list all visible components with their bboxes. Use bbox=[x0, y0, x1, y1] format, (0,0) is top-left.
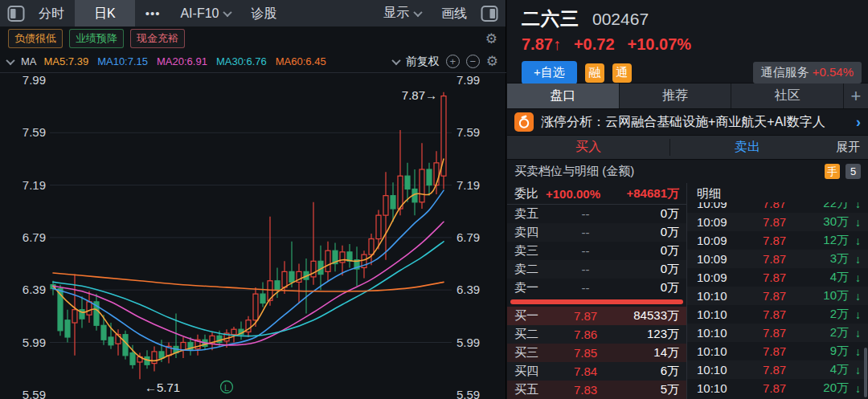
tape-volume: 2万 bbox=[800, 307, 849, 322]
gear-icon[interactable]: ⚙ bbox=[486, 55, 498, 68]
panel-tab-item[interactable]: 社区 bbox=[731, 83, 844, 108]
bid-row[interactable]: 买一7.8784533万 bbox=[507, 307, 686, 325]
draw-line-button[interactable]: 画线 bbox=[431, 0, 477, 26]
y-axis-label-right: 5.99 bbox=[457, 336, 480, 349]
buy-strength-bar-row bbox=[507, 297, 686, 307]
hand-unit-badge[interactable]: 手 bbox=[825, 164, 840, 179]
chevron-down-icon[interactable] bbox=[391, 55, 400, 64]
order-book-column: 委比 +100.00% +84681万 卖五--0万卖四--0万卖三--0万卖二… bbox=[507, 183, 686, 399]
level-volume: 123万 bbox=[618, 327, 679, 342]
bid-row[interactable]: 买四7.846万 bbox=[507, 362, 686, 381]
stock-tag-chip[interactable]: 业绩预降 bbox=[69, 29, 124, 48]
candlestick-chart[interactable]: 7.997.997.597.597.197.196.796.796.396.39… bbox=[0, 72, 506, 399]
bid-row[interactable]: 买五7.835万 bbox=[507, 381, 686, 399]
tape-row: 10:107.872万↓ bbox=[687, 324, 868, 342]
expand-button[interactable]: 展开 bbox=[825, 140, 868, 155]
tab-minute[interactable]: 分时 bbox=[28, 0, 75, 26]
sector-chip[interactable]: 通信服务 +0.54% bbox=[753, 62, 862, 83]
collapse-left-panel-icon[interactable] bbox=[4, 5, 28, 22]
bid-row[interactable]: 买二7.86123万 bbox=[507, 325, 686, 344]
ma-line-ma60 bbox=[53, 273, 444, 291]
last-price: 7.87↑ bbox=[522, 35, 561, 54]
expand-right-panel-icon[interactable] bbox=[477, 5, 502, 22]
tape-volume: 12万 bbox=[800, 233, 849, 248]
zoom-in-icon[interactable]: + bbox=[446, 55, 460, 68]
y-axis-label-right: 6.79 bbox=[457, 230, 480, 244]
tape-row: 10:097.8712万↓ bbox=[687, 231, 868, 250]
tab-daily-k[interactable]: 日K bbox=[75, 0, 135, 26]
weibi-pct: +100.00% bbox=[546, 187, 600, 201]
level-count-badge[interactable]: 5 bbox=[845, 164, 861, 179]
tape-price: 7.87 bbox=[748, 326, 800, 340]
weibi-amount: +84681万 bbox=[627, 186, 679, 202]
add-tab-button[interactable]: + bbox=[844, 83, 868, 108]
level-label: 买一 bbox=[514, 308, 553, 324]
tape-row: 10:107.8710万↓ bbox=[687, 287, 868, 305]
panel-tab-item[interactable]: 推荐 bbox=[620, 83, 732, 108]
down-arrow-icon: ↓ bbox=[849, 234, 861, 247]
ma-value-label: MA10:7.15 bbox=[97, 55, 148, 67]
panel-tab-active[interactable]: 盘口 bbox=[507, 83, 620, 108]
stock-tag-row: 负债很低业绩预降现金充裕 ⚙ bbox=[0, 26, 506, 51]
level-label: 买二 bbox=[514, 327, 553, 342]
y-axis-label-right: 6.39 bbox=[457, 283, 480, 296]
tape-volume: 4万 bbox=[800, 270, 849, 285]
ask-row[interactable]: 卖三--0万 bbox=[507, 242, 686, 260]
zoom-out-icon[interactable]: − bbox=[466, 55, 480, 68]
display-button[interactable]: 显示 bbox=[374, 0, 431, 26]
level-volume: 0万 bbox=[618, 225, 679, 240]
tape-time: 10:10 bbox=[697, 307, 748, 321]
tape-volume: 4万 bbox=[800, 362, 849, 377]
tape-price: 7.87 bbox=[748, 215, 800, 229]
adjust-mode-label[interactable]: 前复权 bbox=[406, 55, 440, 69]
ai-f10-button[interactable]: AI-F10 bbox=[170, 0, 240, 26]
tape-price: 7.87 bbox=[748, 344, 800, 358]
level-volume: 0万 bbox=[618, 262, 679, 277]
level-price: 7.85 bbox=[553, 346, 618, 360]
quote-header: 二六三 002467 7.87↑ +0.72 +10.07% +自选 融 通 通… bbox=[507, 0, 868, 83]
tape-time: 10:09 bbox=[697, 252, 748, 266]
sell-button[interactable]: 卖出 bbox=[669, 139, 825, 156]
add-watchlist-button[interactable]: +自选 bbox=[522, 61, 577, 84]
bid-row[interactable]: 买三7.8514万 bbox=[507, 344, 686, 362]
ma-label: MA bbox=[21, 55, 37, 67]
down-arrow-icon: ↓ bbox=[849, 290, 861, 303]
chevron-down-icon bbox=[413, 7, 422, 16]
level-volume: 0万 bbox=[618, 280, 679, 295]
tape-row: 10:107.8720万↓ bbox=[687, 379, 868, 397]
stock-tag-chip[interactable]: 负债很低 bbox=[8, 29, 63, 48]
y-axis-label-left: 7.99 bbox=[23, 73, 46, 87]
margin-badge[interactable]: 融 bbox=[585, 63, 604, 83]
limit-up-analysis-row[interactable]: 涨停分析：云网融合基础设施+商业航天+AI数字人 › bbox=[507, 109, 868, 136]
down-arrow-icon: ↓ bbox=[849, 364, 861, 377]
y-axis-label-left: 6.79 bbox=[23, 230, 46, 244]
more-periods-button[interactable]: ••• bbox=[135, 0, 171, 26]
level-label: 卖二 bbox=[514, 262, 553, 277]
ask-row[interactable]: 卖一--0万 bbox=[507, 279, 686, 297]
tape-volume: 10万 bbox=[800, 288, 849, 303]
buy-button[interactable]: 买入 bbox=[507, 139, 669, 156]
gear-icon[interactable]: ⚙ bbox=[485, 32, 497, 46]
y-axis-label-right: 7.19 bbox=[457, 178, 480, 192]
connect-badge[interactable]: 通 bbox=[612, 63, 632, 83]
stock-tag-chip[interactable]: 现金充裕 bbox=[130, 29, 185, 48]
tape-scrollbar[interactable] bbox=[864, 348, 867, 397]
diagnose-button[interactable]: 诊股 bbox=[240, 0, 287, 26]
level-volume: 0万 bbox=[618, 243, 679, 259]
chevron-down-icon[interactable] bbox=[6, 55, 14, 64]
y-axis-label-left: 7.19 bbox=[23, 178, 46, 192]
price-change-pct: +10.07% bbox=[628, 35, 692, 54]
y-axis-label-right: 5.59 bbox=[457, 388, 480, 399]
ask-row[interactable]: 卖五--0万 bbox=[507, 205, 686, 223]
quote-panel: 二六三 002467 7.87↑ +0.72 +10.07% +自选 融 通 通… bbox=[507, 0, 868, 399]
chart-toolbar: 分时 日K ••• AI-F10 诊股 显示 画线 bbox=[0, 0, 506, 26]
tape-volume: 30万 bbox=[800, 214, 849, 230]
ma-value-label: MA30:6.76 bbox=[216, 55, 267, 67]
down-arrow-icon: ↓ bbox=[849, 327, 861, 340]
ask-row[interactable]: 卖二--0万 bbox=[507, 260, 686, 279]
level-price: -- bbox=[553, 281, 618, 295]
level-price: 7.86 bbox=[553, 328, 618, 341]
tape-time: 10:10 bbox=[697, 381, 748, 395]
ask-row[interactable]: 卖四--0万 bbox=[507, 223, 686, 242]
level-volume: 0万 bbox=[618, 206, 679, 222]
